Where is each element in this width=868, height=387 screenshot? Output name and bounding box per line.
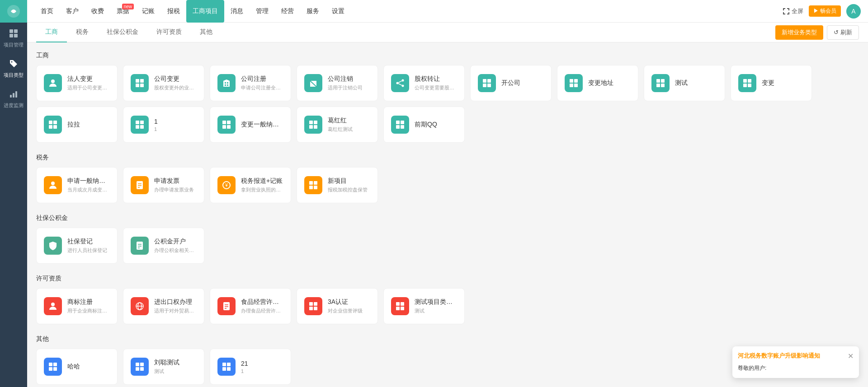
biz-card[interactable]: 申请发票办理申请发票业务 (123, 167, 204, 203)
fullscreen-icon (783, 8, 790, 15)
svg-rect-81 (223, 302, 230, 310)
svg-rect-36 (656, 84, 660, 87)
biz-card[interactable]: 变更 (731, 65, 812, 101)
biz-card[interactable]: 哈哈 (36, 349, 118, 385)
tab-bar: 工商 税务 社保公积金 许可资质 其他 新增业务类型 ↺ 刷新 (27, 23, 868, 42)
biz-card[interactable]: 11 (123, 107, 204, 143)
biz-name: 测试项目类型目定义 (415, 298, 457, 306)
notification-header: 河北税务数字账户升级影响通知 ✕ (738, 352, 854, 360)
biz-card[interactable]: 申请一般纳税人当月或次月成变更完成 (36, 167, 118, 203)
biz-card[interactable]: 股权转让公司变更需要股权转让 (383, 65, 465, 101)
biz-card[interactable]: 3A认证对企业信誉评级 (297, 288, 378, 324)
tab-shuiwu[interactable]: 税务 (67, 23, 98, 42)
svg-rect-33 (574, 84, 578, 87)
nav-message[interactable]: 消息 (224, 0, 250, 23)
nav-settings[interactable]: 设置 (326, 0, 351, 23)
biz-desc: 当月或次月成变更完成 (67, 187, 110, 193)
svg-rect-43 (53, 121, 57, 124)
sidebar-item-progress[interactable]: 进度监测 (0, 83, 27, 113)
biz-name: 哈哈 (67, 363, 110, 371)
svg-rect-7 (13, 93, 14, 98)
biz-info: 公司变更股权变更外的业务变更 (154, 75, 197, 91)
biz-card[interactable]: 新项目报税加税控盘保管 (297, 167, 378, 203)
fullscreen-btn[interactable]: 全屏 (783, 7, 803, 15)
biz-name: 税务报道+记账 (241, 177, 283, 185)
biz-name: 股权转让 (415, 75, 457, 83)
biz-name: 公积金开户 (154, 238, 197, 246)
nav-tax[interactable]: 报税 (161, 0, 186, 23)
biz-card[interactable]: 进出口权办理适用于对外贸易经营者 (123, 288, 204, 324)
tab-gongshang[interactable]: 工商 (36, 23, 67, 42)
biz-name: 申请一般纳税人 (67, 177, 110, 185)
nav-home[interactable]: 首页 (34, 0, 60, 23)
grid-icon (304, 176, 322, 194)
tab-other[interactable]: 其他 (191, 23, 222, 42)
refresh-button[interactable]: ↺ 刷新 (827, 25, 859, 40)
sidebar-item-project-type[interactable]: 项目类型 (0, 53, 27, 83)
sidebar-logo[interactable] (0, 0, 27, 23)
nav-tickets[interactable]: 票据 new (110, 0, 136, 23)
tab-shebao[interactable]: 社保公积金 (98, 23, 147, 42)
biz-name: 社保登记 (67, 238, 110, 246)
biz-card[interactable]: 变更一般纳税人 (210, 107, 291, 143)
biz-card[interactable]: 公司注销适用于注销公司 (297, 65, 378, 101)
biz-name: 开公司 (501, 79, 544, 87)
svg-rect-10 (136, 79, 139, 83)
biz-info: 公积金开户办理公积金相关业务 (154, 238, 197, 254)
biz-card[interactable]: 公积金开户办理公积金相关业务 (123, 228, 204, 264)
biz-card[interactable]: 拉拉 (36, 107, 118, 143)
biz-card[interactable]: 社保登记进行人员社保登记 (36, 228, 118, 264)
main-area: 首页 客户 收费 票据 new 记账 报税 工商项目 消息 管理 经营 (27, 0, 868, 387)
nav-fees[interactable]: 收费 (85, 0, 110, 23)
svg-rect-42 (49, 121, 52, 124)
biz-card[interactable]: 食品经营许可证办理食品经营许可证 (210, 288, 291, 324)
nav-management[interactable]: 管理 (250, 0, 275, 23)
svg-rect-27 (487, 79, 491, 83)
grid-icon (131, 116, 149, 134)
add-type-button[interactable]: 新增业务类型 (775, 25, 823, 40)
biz-card[interactable]: 测试 (644, 65, 725, 101)
svg-line-25 (398, 84, 402, 85)
biz-card[interactable]: 商标注册用于企业商标注册服务 (36, 288, 118, 324)
tab-xuke[interactable]: 许可资质 (147, 23, 191, 42)
person-icon (44, 74, 62, 92)
biz-info: 哈哈 (67, 363, 110, 371)
nav-business-project[interactable]: 工商项目 (186, 0, 224, 23)
svg-rect-85 (309, 302, 313, 306)
biz-info: 申请发票办理申请发票业务 (154, 177, 197, 193)
biz-name: 拉拉 (67, 121, 110, 129)
svg-rect-73 (137, 242, 143, 250)
svg-rect-18 (227, 84, 228, 86)
avatar[interactable]: A (846, 4, 861, 19)
biz-card[interactable]: 公司变更股权变更外的业务变更 (123, 65, 204, 101)
biz-card[interactable]: ¥税务报道+记账拿到营业执照的新公司 (210, 167, 291, 203)
nav-bookkeeping[interactable]: 记账 (136, 0, 161, 23)
section-title: 工商 (36, 51, 859, 60)
nav-operation[interactable]: 经营 (275, 0, 300, 23)
biz-card[interactable]: 开公司 (470, 65, 552, 101)
money-icon: ¥ (217, 176, 236, 194)
nav-service[interactable]: 服务 (300, 0, 326, 23)
notification-close-button[interactable]: ✕ (848, 352, 854, 360)
nav-customers[interactable]: 客户 (60, 0, 85, 23)
svg-rect-57 (314, 125, 317, 129)
scroll-content[interactable]: 工商法人变更适用于公司变更法人公司变更股权变更外的业务变更公司注册申请公司注册全… (27, 42, 868, 387)
svg-rect-46 (136, 121, 139, 124)
svg-text:¥: ¥ (225, 183, 228, 188)
biz-card[interactable]: 公司注册申请公司注册全流程 (210, 65, 291, 101)
biz-card[interactable]: 测试项目类型目定义测试 (383, 288, 465, 324)
biz-card[interactable]: 法人变更适用于公司变更法人 (36, 65, 118, 101)
biz-card[interactable]: 葛红红葛红红测试 (297, 107, 378, 143)
biz-card[interactable]: 211 (210, 349, 291, 385)
grid-icon (391, 116, 409, 134)
biz-card[interactable]: 变更地址 (557, 65, 638, 101)
svg-rect-88 (314, 307, 317, 310)
svg-rect-3 (9, 34, 13, 37)
sidebar-item-project-management[interactable]: 项目管理 (0, 23, 27, 53)
person-icon (44, 297, 62, 315)
svg-rect-91 (396, 307, 400, 310)
biz-card[interactable]: 前期QQ (383, 107, 465, 143)
biz-desc: 报税加税控盘保管 (328, 187, 370, 193)
biz-card[interactable]: 刘聪测试测试 (123, 349, 204, 385)
vip-button[interactable]: ▶ 畅会员 (809, 5, 841, 17)
